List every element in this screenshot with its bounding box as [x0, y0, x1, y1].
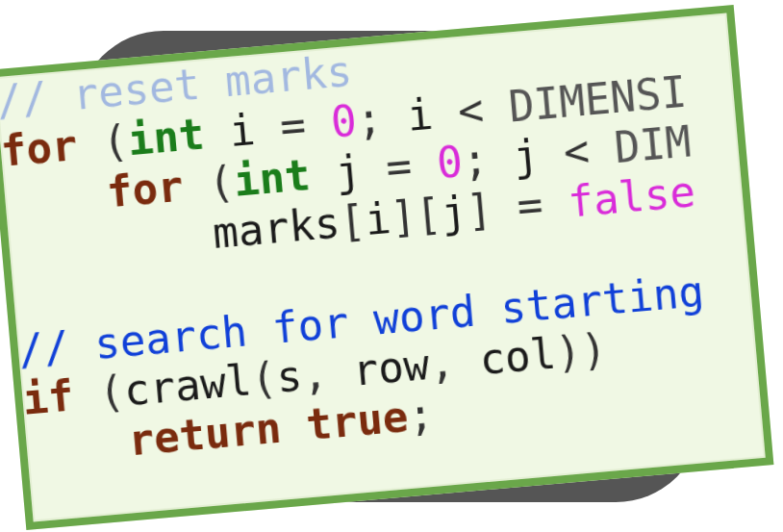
code-token: false [566, 166, 696, 226]
code-token: i [405, 87, 460, 139]
code-token: ; [406, 390, 436, 441]
code-token: DIM [613, 116, 694, 172]
code-token: ] = [465, 178, 570, 236]
code-token: ( [181, 157, 236, 210]
code-token: int [126, 109, 207, 165]
code-token: j [511, 128, 566, 181]
code-token: = [278, 98, 333, 151]
code-token: < [456, 83, 511, 136]
code-token: col [477, 329, 558, 385]
code-token: )) [554, 324, 609, 377]
code-token: i [202, 102, 283, 158]
code-token: ( [75, 115, 130, 168]
code-token: row [350, 340, 431, 395]
code-token: true [304, 393, 410, 450]
stage: // reset marksfor (int i = 0; i < DIMENS… [0, 0, 783, 532]
code-token: ; [354, 91, 409, 144]
code-token [25, 417, 131, 474]
code-token: , [300, 346, 355, 399]
code-token: if [20, 371, 75, 424]
code-token: for [0, 120, 79, 176]
code-token: = [384, 139, 439, 191]
code-token [12, 274, 41, 325]
code-token: int [232, 150, 313, 206]
code-token: , [427, 336, 482, 389]
code-token: < [562, 123, 617, 176]
code-token: ( [71, 367, 126, 419]
code-token: ; [460, 132, 515, 185]
code-token [3, 167, 109, 225]
code-token: j [308, 143, 389, 199]
code-block: // reset marksfor (int i = 0; i < DIMENS… [0, 13, 762, 475]
code-frame: // reset marksfor (int i = 0; i < DIMENS… [0, 5, 773, 530]
code-token: ][ [389, 189, 443, 241]
code-token: for [105, 161, 186, 216]
